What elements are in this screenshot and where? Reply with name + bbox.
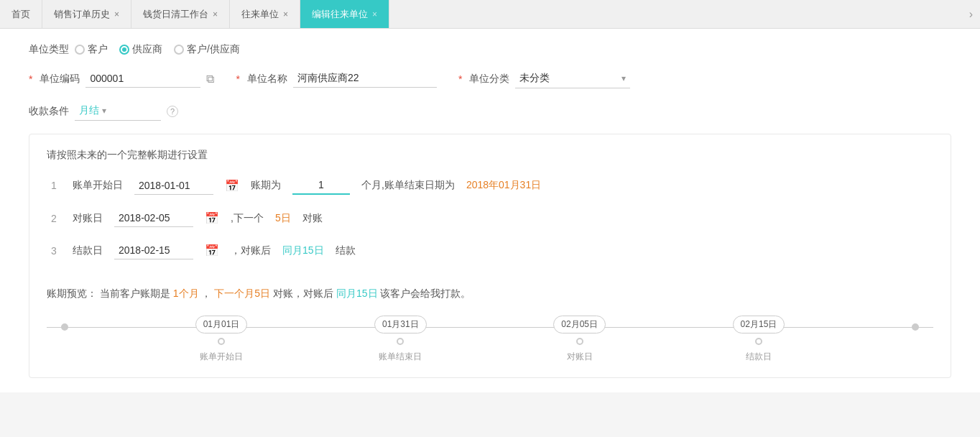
preview-before: 当前客户账期是: [100, 288, 170, 299]
unit-code-label: 单位编码: [40, 73, 80, 86]
unit-name-star: *: [236, 73, 239, 85]
tab-sales-history-close[interactable]: ×: [114, 9, 119, 19]
unit-code-input[interactable]: [85, 70, 200, 88]
payment-terms-help-icon[interactable]: ?: [167, 106, 178, 117]
payment-terms-arrow-icon: ▾: [102, 106, 106, 116]
period-value-input[interactable]: [292, 176, 350, 195]
unit-category-select[interactable]: 未分类 ▾: [515, 69, 630, 88]
tab-sales-history-label: 销售订单历史: [54, 8, 110, 21]
tab-partner-units-close[interactable]: ×: [283, 9, 288, 19]
row-date-2[interactable]: [114, 209, 193, 227]
timeline-dot-4: [755, 338, 762, 345]
row-label-2: 对账日: [73, 212, 103, 225]
row-date-3[interactable]: [114, 242, 193, 259]
payment-terms-select[interactable]: 月结 ▾: [75, 101, 161, 121]
payment-terms-value: 月结: [79, 104, 99, 117]
row-suffix-3b: 同月15日: [282, 244, 324, 257]
payment-terms-row: 收款条件 月结 ▾ ?: [29, 101, 951, 121]
unit-category-field: * 单位分类 未分类 ▾: [458, 69, 630, 88]
preview-highlight2: 下一个月5日: [214, 288, 270, 299]
timeline-item-end: [912, 316, 919, 331]
row-num-2: 2: [47, 213, 61, 224]
preview-end: 该客户会给我打款。: [380, 288, 471, 299]
row-num-3: 3: [47, 245, 61, 257]
row-calendar-icon-2[interactable]: 📅: [205, 211, 219, 225]
timeline-item-3: 02月05日 对账日: [553, 316, 606, 363]
timeline-dot-2: [397, 338, 404, 345]
unit-type-row: 单位类型 客户 供应商 客户/供应商: [29, 43, 951, 56]
radio-both-circle: [174, 45, 184, 55]
row-label-1: 账单开始日: [73, 179, 123, 192]
tab-sales-history[interactable]: 销售订单历史 ×: [42, 0, 131, 28]
timeline-item-4: 02月15日 结款日: [733, 316, 785, 363]
timeline-dot-3: [576, 338, 583, 345]
radio-group-unit-type: 客户 供应商 客户/供应商: [75, 43, 240, 56]
period-settings-card: 请按照未来的一个完整帐期进行设置 1 账单开始日 📅 账期为 个月,账单结束日期…: [29, 134, 951, 378]
tab-home-label: 首页: [11, 8, 30, 21]
preview-section: 账期预览： 当前客户账期是 1个月 ， 下一个月5日 对账，对账后 同月15日 …: [47, 274, 933, 363]
radio-customer-label: 客户: [88, 43, 108, 56]
row-suffix-3c: 结款: [336, 244, 356, 257]
tabs-bar: 首页 销售订单历史 × 钱货日清工作台 × 往来单位 × 编辑往来单位 × ›: [0, 0, 980, 29]
tab-cash-ledger-label: 钱货日清工作台: [143, 8, 208, 21]
data-row-3: 3 结款日 📅 ，对账后 同月15日 结款: [47, 242, 933, 259]
payment-terms-label: 收款条件: [29, 105, 69, 118]
tab-partner-units-label: 往来单位: [241, 8, 279, 21]
unit-info-row: * 单位编码 ⧉ * 单位名称 * 单位分类 未分类 ▾: [29, 69, 951, 88]
row-num-1: 1: [47, 180, 61, 191]
row-date-1[interactable]: [134, 177, 213, 195]
unit-type-field: 单位类型 客户 供应商 客户/供应商: [29, 43, 240, 56]
row-calendar-icon-1[interactable]: 📅: [225, 179, 239, 193]
timeline-badge-4: 02月15日: [733, 316, 785, 334]
tab-edit-partner-close[interactable]: ×: [372, 9, 377, 19]
row-suffix-1: 账期为: [251, 179, 281, 192]
row-period-unit: 个月,账单结束日期为: [361, 179, 455, 192]
unit-category-star: *: [458, 73, 462, 85]
radio-customer-circle: [75, 45, 85, 55]
timeline-label-1: 账单开始日: [200, 351, 243, 363]
preview-mid1: ，: [201, 288, 211, 299]
timeline-item-2: 01月31日 账单结束日: [374, 316, 427, 363]
tab-edit-partner[interactable]: 编辑往来单位 ×: [300, 0, 389, 28]
unit-category-arrow-icon: ▾: [621, 73, 626, 83]
row-label-3: 结款日: [73, 244, 103, 257]
timeline-badge-1: 01月01日: [195, 316, 248, 334]
data-row-1: 1 账单开始日 📅 账期为 个月,账单结束日期为 2018年01月31日: [47, 176, 933, 195]
preview-highlight1: 1个月: [173, 288, 199, 299]
tab-cash-ledger[interactable]: 钱货日清工作台 ×: [131, 0, 230, 28]
radio-supplier[interactable]: 供应商: [119, 43, 162, 56]
row-suffix-3a: ，对账后: [231, 244, 271, 257]
radio-both[interactable]: 客户/供应商: [174, 43, 240, 56]
unit-code-field: * 单位编码 ⧉: [29, 70, 214, 88]
timeline-dot-end: [912, 323, 919, 331]
tab-cash-ledger-close[interactable]: ×: [213, 9, 218, 19]
preview-highlight3: 同月15日: [336, 288, 378, 299]
row-suffix-2b: 5日: [275, 212, 291, 225]
unit-code-copy-icon[interactable]: ⧉: [206, 73, 214, 86]
unit-code-star: *: [29, 73, 32, 85]
tab-home[interactable]: 首页: [0, 0, 42, 28]
data-row-2: 2 对账日 📅 ,下一个 5日 对账: [47, 209, 933, 227]
unit-category-label: 单位分类: [469, 73, 509, 86]
timeline-items: 01月01日 账单开始日 01月31日 账单结束日 02月05日 对账日: [61, 316, 919, 363]
row-period-highlight: 2018年01月31日: [466, 179, 541, 192]
timeline-label-2: 账单结束日: [379, 351, 422, 363]
radio-supplier-circle: [119, 45, 129, 55]
unit-name-field: * 单位名称: [236, 70, 436, 88]
payment-terms-field: 收款条件 月结 ▾ ?: [29, 101, 178, 121]
tab-partner-units[interactable]: 往来单位 ×: [230, 0, 300, 28]
timeline-badge-3: 02月05日: [553, 316, 606, 334]
tabs-scroll-right[interactable]: ›: [962, 0, 980, 28]
unit-name-label: 单位名称: [247, 73, 287, 86]
timeline-item-start: [61, 316, 68, 331]
unit-category-value: 未分类: [519, 72, 550, 85]
timeline-dot-1: [218, 338, 225, 345]
radio-customer[interactable]: 客户: [75, 43, 108, 56]
preview-text: 账期预览： 当前客户账期是 1个月 ， 下一个月5日 对账，对账后 同月15日 …: [47, 285, 933, 301]
timeline-container: 01月01日 账单开始日 01月31日 账单结束日 02月05日 对账日: [47, 316, 933, 363]
row-calendar-icon-3[interactable]: 📅: [205, 244, 219, 257]
radio-supplier-label: 供应商: [132, 43, 162, 56]
unit-name-input[interactable]: [293, 70, 437, 88]
timeline-item-1: 01月01日 账单开始日: [195, 316, 248, 363]
preview-mid2: 对账，对账后: [273, 288, 333, 299]
